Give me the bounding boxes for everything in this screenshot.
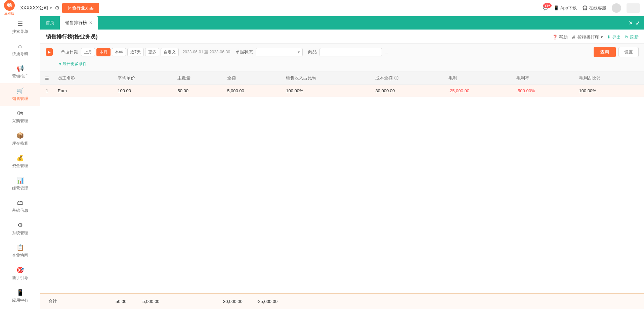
app-center-icon: 📱 [16, 289, 24, 296]
cell-name: Eam [54, 85, 114, 97]
date-btn-this-month[interactable]: 本月 [96, 48, 111, 56]
sidebar-item-inventory[interactable]: 📦 库存核算 [0, 128, 40, 150]
date-range-display: 2023-06-01 至 2023-06-30 [183, 49, 230, 55]
page-actions: ❓ 帮助 🖨 按模板打印 ▾ ⬇ 导出 ↻ 刷新 [552, 34, 639, 40]
col-main-qty: 主数量 [173, 72, 223, 85]
avatar[interactable] [612, 3, 621, 13]
goods-filter: 商品 ... [308, 48, 388, 56]
system-icon: ⚙ [17, 221, 23, 229]
footer-main-qty: 50.00 [112, 297, 138, 306]
date-btn-more[interactable]: 更多 [145, 48, 159, 56]
col-settings[interactable]: ☰ [40, 72, 54, 85]
date-btn-custom[interactable]: 自定义 [161, 48, 179, 56]
sidebar-item-purchase[interactable]: 🛍 采购管理 [0, 106, 40, 128]
finance-icon: 💰 [16, 154, 24, 162]
online-service[interactable]: 🎧 在线客服 [582, 5, 606, 11]
sidebar-item-newbie[interactable]: 🎯 新手引导 [0, 262, 40, 285]
sidebar-item-search[interactable]: ☰ 搜索菜单 [0, 16, 40, 39]
settings-btn[interactable]: 设置 [618, 47, 639, 57]
sidebar-label-app-center: 应用中心 [12, 298, 28, 303]
sales-ranking-table: ☰ 员工名称 平均单价 主数量 全额 销售收入占比% 成本全额 ⓘ 毛利 毛利率… [40, 72, 644, 97]
search-menu-icon: ☰ [17, 20, 23, 28]
tab-sales-ranking-label: 销售排行榜 [65, 20, 87, 26]
cell-rank: 1 [40, 85, 54, 97]
operations-icon: 📊 [16, 177, 24, 184]
sidebar-item-app-center[interactable]: 📱 应用中心 [0, 285, 40, 307]
sidebar-item-operations[interactable]: 📊 经营管理 [0, 173, 40, 195]
company-dropdown-icon[interactable]: ▾ [50, 5, 52, 10]
sidebar-item-enterprise-wechat[interactable]: 💬 企业微信 [0, 307, 40, 309]
cell-gross-margin: -500.00% [512, 85, 575, 97]
sidebar-item-quick-nav[interactable]: ⌂ 快捷导航 [0, 39, 40, 61]
date-btn-this-year[interactable]: 本年 [112, 48, 126, 56]
user-name-placeholder [627, 3, 640, 13]
date-btn-last-month[interactable]: 上月 [81, 48, 95, 56]
cell-cost-amount: 30,000.00 [371, 85, 444, 97]
export-btn[interactable]: ⬇ 导出 [607, 34, 621, 40]
expand-row: ▾ 展开更多条件 [46, 60, 639, 68]
help-btn[interactable]: ❓ 帮助 [552, 34, 568, 40]
goods-more-btn[interactable]: ... [385, 50, 388, 54]
page-title: 销售排行榜(按业务员) [46, 34, 98, 41]
date-label: 单据日期 [61, 49, 78, 55]
refresh-icon: ↻ [625, 35, 629, 40]
toggle-filter-btn[interactable]: ▶ [46, 48, 53, 56]
tab-bar: 首页 销售排行榜 ✕ ✕ ⤢ [40, 16, 644, 30]
tab-sales-ranking[interactable]: 销售排行榜 ✕ [60, 16, 98, 30]
app-download[interactable]: 📱 App下载 [554, 5, 577, 11]
inventory-icon: 📦 [16, 132, 24, 139]
date-btn-last-7days[interactable]: 近7天 [127, 48, 144, 56]
sidebar-label-quick-nav: 快捷导航 [12, 51, 28, 57]
date-btn-group: 上月 本月 本年 近7天 更多 自定义 [81, 48, 179, 56]
goods-input[interactable] [319, 48, 382, 56]
sidebar-label-sales: 销售管理 [12, 96, 28, 102]
sidebar-item-basic-info[interactable]: 🗃 基础信息 [0, 195, 40, 217]
footer-label: 合计 [44, 296, 112, 306]
page-content: 销售排行榜(按业务员) ❓ 帮助 🖨 按模板打印 ▾ ⬇ 导出 [40, 30, 644, 309]
col-gross-margin: 毛利率 [512, 72, 575, 85]
newbie-icon: 🎯 [16, 266, 24, 274]
purchase-icon: 🛍 [17, 110, 23, 117]
header-right: 💬 99+ 📱 App下载 🎧 在线客服 [543, 3, 640, 13]
sidebar-item-finance[interactable]: 💰 资金管理 [0, 150, 40, 173]
status-select-wrapper [256, 48, 303, 56]
goods-label: 商品 [308, 49, 317, 55]
tab-close-icon[interactable]: ✕ [89, 20, 92, 25]
sidebar-label-operations: 经营管理 [12, 186, 28, 191]
tab-home[interactable]: 首页 [40, 16, 60, 30]
trial-btn[interactable]: 体验行业方案 [62, 3, 99, 13]
sales-icon: 🛒 [16, 87, 24, 95]
query-btn[interactable]: 查询 [594, 47, 616, 57]
template-print-btn[interactable]: 🖨 按模板打印 ▾ [572, 34, 603, 40]
status-select[interactable] [256, 48, 303, 56]
sidebar-label-system: 系统管理 [12, 230, 28, 236]
cell-gross-pct: 100.00% [575, 85, 644, 97]
sidebar-item-sales[interactable]: 🛒 销售管理 [0, 83, 40, 106]
marketing-icon: 📢 [16, 65, 24, 72]
basic-info-icon: 🗃 [17, 199, 23, 206]
sidebar: ☰ 搜索菜单 ⌂ 快捷导航 📢 营销推广 🛒 销售管理 🛍 采购管理 📦 库存核… [0, 16, 40, 309]
header-left: 畅 标准版 XXXXXX公司 ▾ ⚙ 体验行业方案 [4, 0, 99, 16]
col-cost-amount: 成本全额 ⓘ [371, 72, 444, 85]
tab-expand-icon[interactable]: ⤢ [636, 20, 640, 26]
filter-area: ▶ 单据日期 上月 本月 本年 近7天 更多 自定义 2023-06-01 至 … [40, 44, 644, 72]
cell-main-qty: 50.00 [173, 85, 223, 97]
app-logo-subtitle: 标准版 [4, 11, 14, 16]
page-header: 销售排行榜(按业务员) ❓ 帮助 🖨 按模板打印 ▾ ⬇ 导出 [40, 30, 644, 44]
tab-close-window-icon[interactable]: ✕ [629, 20, 633, 26]
header-settings-icon[interactable]: ⚙ [55, 5, 59, 11]
content-area: 首页 销售排行榜 ✕ ✕ ⤢ 销售排行榜(按业务员) ❓ 帮助 [40, 16, 644, 309]
sidebar-item-enterprise-collab[interactable]: 📋 企业协同 [0, 240, 40, 262]
date-filter: 单据日期 上月 本月 本年 近7天 更多 自定义 2023-06-01 至 20… [61, 48, 230, 56]
enterprise-collab-icon: 📋 [16, 244, 24, 251]
footer-row: 合计 50.00 5,000.00 30,000.00 -25,000.00 [44, 296, 640, 306]
sidebar-label-basic-info: 基础信息 [12, 208, 28, 213]
expand-more-btn[interactable]: ▾ 展开更多条件 [59, 60, 639, 68]
col-sales-pct: 销售收入占比% [282, 72, 371, 85]
refresh-btn[interactable]: ↻ 刷新 [625, 34, 639, 40]
sidebar-item-system[interactable]: ⚙ 系统管理 [0, 217, 40, 240]
table-wrapper: ☰ 员工名称 平均单价 主数量 全额 销售收入占比% 成本全额 ⓘ 毛利 毛利率… [40, 72, 644, 293]
sidebar-item-marketing[interactable]: 📢 营销推广 [0, 61, 40, 83]
message-icon[interactable]: 💬 99+ [543, 5, 548, 10]
filter-action-btns: 查询 设置 [594, 47, 639, 57]
